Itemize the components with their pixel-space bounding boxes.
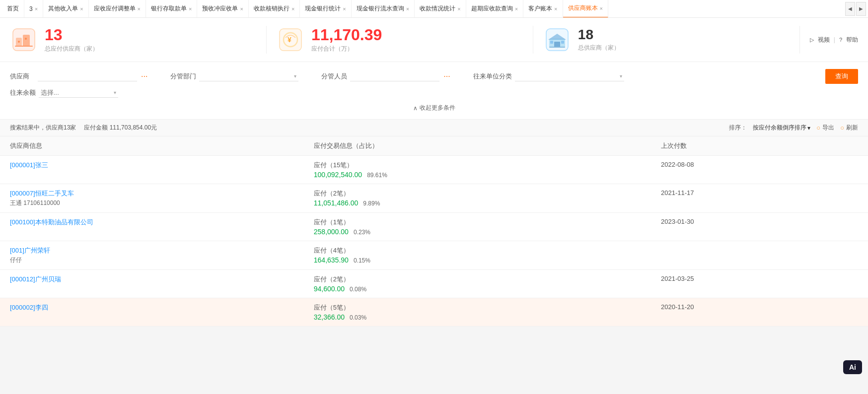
supplier-link-4[interactable]: [000012]广州贝瑞 xyxy=(10,275,61,283)
close-icon[interactable]: × xyxy=(80,6,83,12)
nav-tab-other-income[interactable]: 其他收入单 × xyxy=(43,0,88,18)
close-icon[interactable]: × xyxy=(240,6,243,12)
nav-tab-pay-stat[interactable]: 收款情况统计 × xyxy=(415,0,466,18)
nav-tab-supplier[interactable]: 供应商账本 × xyxy=(563,0,608,18)
help-icon: ? xyxy=(839,37,842,43)
svg-rect-2 xyxy=(23,35,30,47)
balance-select-wrap[interactable]: ▾ xyxy=(39,88,118,98)
tx-percent-4: 0.08% xyxy=(350,286,366,293)
nav-tab-3-label: 3 xyxy=(29,5,33,12)
tx-amount-1[interactable]: 11,051,486.00 xyxy=(314,199,359,207)
nav-tab-3[interactable]: 3 × xyxy=(24,0,43,18)
nav-tab-customer[interactable]: 客户账本 × xyxy=(523,0,563,18)
supplier-link-2[interactable]: [000100]本特勤油品有限公司 xyxy=(10,218,93,226)
nav-tab-cash-flow[interactable]: 现金银行流水查询 × xyxy=(352,0,415,18)
nav-tab-verify-label: 收款核销执行 xyxy=(254,4,289,13)
nav-tab-bank[interactable]: 银行存取款单 × xyxy=(146,0,197,18)
table-row: [000100]本特勤油品有限公司应付（1笔）258,000.000.23%20… xyxy=(0,213,868,241)
nav-arrows: ◀ ▶ xyxy=(845,2,866,16)
tx-row-0: 100,092,540.0089.61% xyxy=(314,171,641,179)
svg-point-4 xyxy=(18,41,20,43)
col-last-pay: 上次付数 xyxy=(651,136,868,156)
tx-amount-5[interactable]: 32,366.00 xyxy=(314,313,345,321)
dept-input[interactable] xyxy=(199,71,289,81)
filter-unit-label: 往来单位分类 xyxy=(473,72,512,81)
sort-select[interactable]: 按应付余额倒序排序 ▾ xyxy=(753,124,810,132)
nav-tab-home[interactable]: 首页 xyxy=(2,0,24,18)
tx-amount-0[interactable]: 100,092,540.00 xyxy=(314,171,362,179)
unit-input[interactable] xyxy=(515,71,614,81)
table-row: [001]广州荣轩仔仔应付（4笔）164,635.900.15% xyxy=(0,241,868,270)
tx-percent-5: 0.03% xyxy=(350,314,366,321)
cell-last-pay-0: 2022-08-08 xyxy=(651,156,868,184)
data-table: 供应商信息 应付交易信息（占比） 上次付数 [000001]张三应付（15笔）1… xyxy=(0,136,868,327)
refresh-label: 刷新 xyxy=(846,124,858,132)
nav-tab-cash-stat[interactable]: 现金银行统计 × xyxy=(300,0,351,18)
cell-tx-1: 应付（2笔）11,051,486.009.89% xyxy=(304,184,651,213)
close-icon[interactable]: × xyxy=(515,6,518,12)
close-icon[interactable]: × xyxy=(554,6,557,12)
close-icon[interactable]: × xyxy=(35,6,38,12)
tx-count-2: 应付（1笔） xyxy=(314,218,641,227)
person-input[interactable] xyxy=(350,71,439,81)
cell-supplier-1: [000007]恒旺二手叉车王通 17106110000 xyxy=(0,184,304,213)
query-button[interactable]: 查询 xyxy=(825,69,858,84)
unit-select-wrap[interactable]: ▾ xyxy=(515,71,624,81)
close-icon[interactable]: × xyxy=(406,6,409,12)
table-row: [000002]李四应付（5笔）32,366.000.03%2020-11-20 xyxy=(0,298,868,327)
nav-arrow-right[interactable]: ▶ xyxy=(856,2,866,16)
svg-rect-15 xyxy=(549,47,565,48)
person-dots[interactable]: ··· xyxy=(443,72,450,81)
dept-select-wrap[interactable]: ▾ xyxy=(199,71,298,81)
supplier-input[interactable] xyxy=(38,71,137,81)
export-icon: ○ xyxy=(816,124,820,131)
tx-count-3: 应付（4笔） xyxy=(314,246,641,255)
stat-payable-number: 13 xyxy=(45,26,98,44)
nav-tab-ar-adjust[interactable]: 应收应付调整单 × xyxy=(89,0,146,18)
close-icon[interactable]: × xyxy=(600,5,603,11)
tx-percent-1: 9.89% xyxy=(363,200,380,207)
close-icon[interactable]: × xyxy=(138,6,141,12)
cell-last-pay-5: 2020-11-20 xyxy=(651,298,868,327)
filter-row-2: 往来余额 ▾ xyxy=(10,88,858,98)
nav-tab-overdue[interactable]: 超期应收款查询 × xyxy=(466,0,523,18)
video-link[interactable]: 视频 xyxy=(818,36,830,44)
tx-count-5: 应付（5笔） xyxy=(314,303,641,312)
table-row: [000001]张三应付（15笔）100,092,540.0089.61%202… xyxy=(0,156,868,184)
close-icon[interactable]: × xyxy=(189,6,192,12)
help-link[interactable]: 帮助 xyxy=(846,36,858,44)
close-icon[interactable]: × xyxy=(291,6,294,12)
tx-amount-4[interactable]: 94,600.00 xyxy=(314,285,345,293)
supplier-link-3[interactable]: [001]广州荣轩 xyxy=(10,247,50,254)
svg-rect-13 xyxy=(550,41,553,44)
cell-supplier-5: [000002]李四 xyxy=(0,298,304,327)
supplier-link-1[interactable]: [000007]恒旺二手叉车 xyxy=(10,190,74,197)
close-icon[interactable]: × xyxy=(343,6,346,12)
tx-percent-3: 0.15% xyxy=(354,257,370,264)
supplier-link-5[interactable]: [000002]李四 xyxy=(10,304,48,311)
collapse-button[interactable]: ∧ 收起更多条件 xyxy=(413,102,455,114)
tx-amount-3[interactable]: 164,635.90 xyxy=(314,256,349,264)
supplier-dots[interactable]: ··· xyxy=(141,72,147,81)
filter-balance: 往来余额 ▾ xyxy=(10,88,118,98)
stat-supplier-count-content: 18 总供应商（家） xyxy=(578,27,620,52)
supplier-link-0[interactable]: [000001]张三 xyxy=(10,161,48,169)
tx-row-5: 32,366.000.03% xyxy=(314,313,641,321)
store-icon xyxy=(543,26,571,54)
chevron-down-icon: ▾ xyxy=(294,73,296,79)
cell-supplier-2: [000100]本特勤油品有限公司 xyxy=(0,213,304,241)
nav-tab-verify[interactable]: 收款核销执行 × xyxy=(249,0,300,18)
filter-dept-label: 分管部门 xyxy=(170,72,196,81)
nav-arrow-left[interactable]: ◀ xyxy=(845,2,855,16)
export-label: 导出 xyxy=(822,124,834,132)
export-button[interactable]: ○ 导出 xyxy=(816,124,834,132)
close-icon[interactable]: × xyxy=(457,6,460,12)
video-icon: ▷ xyxy=(810,37,814,43)
tx-amount-2[interactable]: 258,000.00 xyxy=(314,228,349,236)
nav-tab-prepay[interactable]: 预收冲应收单 × xyxy=(197,0,248,18)
separator: | xyxy=(834,36,835,43)
refresh-button[interactable]: ○ 刷新 xyxy=(840,124,858,132)
supplier-sub-1: 王通 17106110000 xyxy=(10,199,294,207)
balance-input[interactable] xyxy=(39,88,108,97)
cell-supplier-4: [000012]广州贝瑞 xyxy=(0,270,304,298)
